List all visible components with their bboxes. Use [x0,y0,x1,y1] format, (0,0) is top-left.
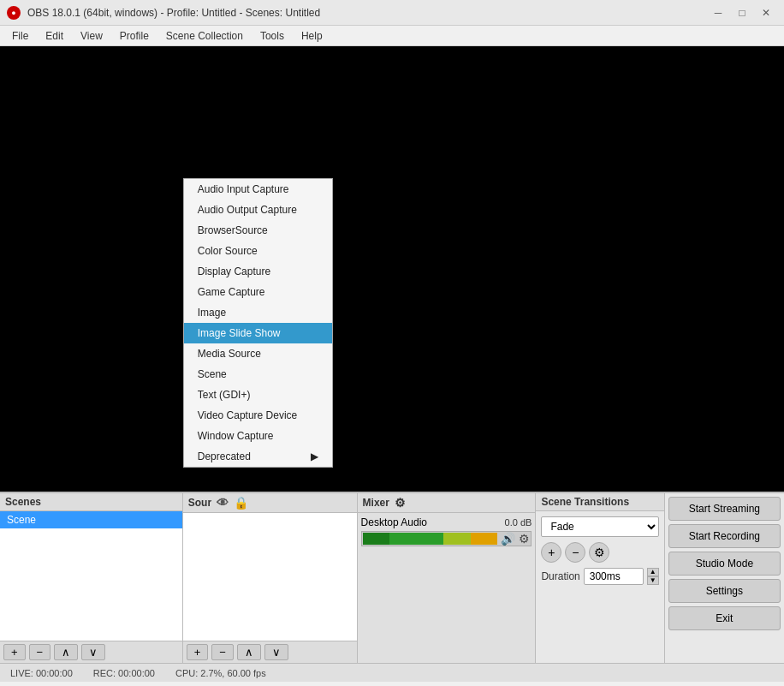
sources-down-button[interactable]: ∨ [264,644,288,660]
mixer-settings-icon[interactable]: ⚙ [519,532,530,546]
sources-header: Sour 👁 🔒 [183,493,357,513]
mixer-channel-desktop-audio: Desktop Audio 0.0 dB 🔊 ⚙ [361,516,532,546]
preview-area [0,46,784,492]
mixer-speaker-icon[interactable]: 🔊 [501,532,515,546]
studio-mode-button[interactable]: Studio Mode [668,552,781,576]
menu-bar: File Edit View Profile Scene Collection … [0,26,784,46]
ctx-scene[interactable]: Scene [184,364,332,385]
scenes-header: Scenes [0,493,182,511]
duration-label: Duration [541,570,579,582]
live-status: LIVE: 00:00:00 [10,668,73,678]
menu-edit[interactable]: Edit [37,26,72,45]
ctx-video-capture-device[interactable]: Video Capture Device [184,405,332,426]
duration-up-arrow[interactable]: ▲ [647,568,659,576]
mixer-db-value: 0.0 dB [505,517,532,528]
exit-button[interactable]: Exit [668,606,781,630]
mixer-panel: Mixer ⚙ Desktop Audio 0.0 dB 🔊 ⚙ [358,493,537,663]
mixer-bar-fill [363,533,390,545]
window-controls: ─ □ ✕ [707,4,777,21]
scenes-add-button[interactable]: + [3,644,26,660]
scenes-controls: + − ∧ ∨ [0,641,182,663]
lock-icon: 🔒 [234,496,248,510]
sources-add-button[interactable]: + [187,644,209,660]
menu-scene-collection[interactable]: Scene Collection [157,26,252,45]
settings-button[interactable]: Settings [668,579,781,603]
mixer-bar-bg [363,533,498,545]
eye-icon: 👁 [217,496,229,510]
submenu-arrow-icon: ▶ [311,450,318,462]
ctx-window-capture[interactable]: Window Capture [184,426,332,446]
controls-panel: Start Streaming Start Recording Studio M… [665,493,784,663]
sources-panel: Sour 👁 🔒 + − ∧ ∨ Audio Input Capture Aud… [183,493,358,663]
transitions-select[interactable]: Fade [541,516,658,537]
scene-item[interactable]: Scene [0,511,182,528]
start-streaming-button[interactable]: Start Streaming [668,497,781,521]
title-bar: ● OBS 18.0.1 (64bit, windows) - Profile:… [0,0,784,26]
sources-header-label: Sour [188,497,211,509]
scenes-list[interactable]: Scene [0,511,182,641]
rec-status: REC: 00:00:00 [93,668,155,678]
close-button[interactable]: ✕ [755,4,777,21]
scenes-up-button[interactable]: ∧ [54,644,78,660]
title-text: OBS 18.0.1 (64bit, windows) - Profile: U… [27,7,320,19]
duration-input[interactable] [584,568,644,585]
scenes-down-button[interactable]: ∨ [81,644,105,660]
transitions-btn-row: + − ⚙ [541,542,658,563]
minimize-button[interactable]: ─ [707,4,729,21]
mixer-content: Desktop Audio 0.0 dB 🔊 ⚙ [358,513,536,663]
ctx-audio-output-capture[interactable]: Audio Output Capture [184,200,332,220]
transitions-gear-button[interactable]: ⚙ [589,542,609,563]
cpu-status: CPU: 2.7%, 60.00 fps [175,668,266,678]
ctx-game-capture[interactable]: Game Capture [184,282,332,302]
ctx-color-source[interactable]: Color Source [184,241,332,261]
mixer-channel-label: Desktop Audio [361,516,427,528]
start-recording-button[interactable]: Start Recording [668,524,781,548]
context-menu: Audio Input Capture Audio Output Capture… [183,178,333,468]
ctx-text-gdi[interactable]: Text (GDI+) [184,385,332,405]
duration-down-arrow[interactable]: ▼ [647,576,659,585]
title-bar-left: ● OBS 18.0.1 (64bit, windows) - Profile:… [7,6,320,20]
bottom-section: Scenes Scene + − ∧ ∨ Sour 👁 🔒 + − ∧ ∨ Au… [0,492,784,663]
cpu-status-label: CPU: 2.7%, 60.00 fps [175,668,266,678]
transitions-panel: Scene Transitions Fade + − ⚙ Duration ▲ … [536,493,664,663]
ctx-deprecated[interactable]: Deprecated ▶ [184,446,332,467]
ctx-audio-input-capture[interactable]: Audio Input Capture [184,179,332,200]
ctx-image-slide-show[interactable]: Image Slide Show [184,323,332,343]
transitions-header: Scene Transitions [536,493,663,511]
status-bar: LIVE: 00:00:00 REC: 00:00:00 CPU: 2.7%, … [0,663,784,682]
mixer-header-label: Mixer [363,497,389,509]
menu-view[interactable]: View [72,26,111,45]
ctx-image[interactable]: Image [184,302,332,323]
menu-file[interactable]: File [3,26,37,45]
transitions-duration-row: Duration ▲ ▼ [541,568,658,585]
sources-list[interactable] [183,513,357,641]
duration-spinner: ▲ ▼ [647,568,659,585]
mixer-header: Mixer ⚙ [358,493,536,513]
live-status-label: LIVE: 00:00:00 [10,668,73,678]
mixer-channel-top: Desktop Audio 0.0 dB [361,516,532,528]
mixer-gear-icon[interactable]: ⚙ [395,496,406,510]
sources-remove-button[interactable]: − [211,644,234,660]
menu-help[interactable]: Help [293,26,331,45]
maximize-button[interactable]: □ [731,4,753,21]
sources-up-button[interactable]: ∧ [237,644,261,660]
scenes-remove-button[interactable]: − [29,644,51,660]
mixer-bar-container[interactable]: 🔊 ⚙ [361,531,532,546]
app-icon: ● [7,6,21,20]
mixer-icons: 🔊 ⚙ [501,532,530,546]
transitions-remove-button[interactable]: − [565,542,585,563]
rec-status-label: REC: 00:00:00 [93,668,155,678]
ctx-media-source[interactable]: Media Source [184,343,332,364]
menu-tools[interactable]: Tools [252,26,293,45]
sources-controls: + − ∧ ∨ [183,641,357,663]
menu-profile[interactable]: Profile [111,26,157,45]
transitions-add-button[interactable]: + [541,542,561,563]
ctx-display-capture[interactable]: Display Capture [184,261,332,282]
transitions-select-row: Fade [541,516,658,537]
ctx-browser-source[interactable]: BrowserSource [184,220,332,241]
scenes-panel: Scenes Scene + − ∧ ∨ [0,493,183,663]
transitions-content: Fade + − ⚙ Duration ▲ ▼ [536,511,663,663]
